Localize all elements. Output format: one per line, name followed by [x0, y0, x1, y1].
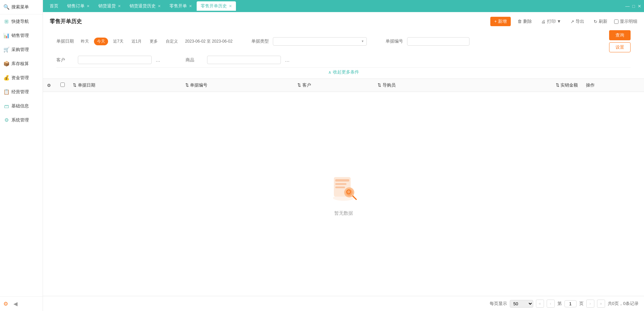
- toolbar-actions: + 新增 🗑 删除 🖨 🖨 打印 打印 ▼ ↗ 导出 ↻ 刷新: [490, 17, 637, 26]
- product-input[interactable]: [207, 56, 281, 64]
- date-btn-today[interactable]: 今天: [94, 38, 108, 45]
- tab-sales-return-history[interactable]: 销货退货历史 ✕: [126, 1, 165, 11]
- sidebar-item-label: 经营管理: [11, 89, 29, 95]
- table-header: ⚙ ⇅ 单据日期 ⇅ 单据编号: [43, 79, 644, 92]
- col-date: ⇅ 单据日期: [69, 79, 181, 92]
- sales-icon: 📊: [3, 33, 9, 39]
- sidebar-item-quick-nav[interactable]: ⊞ 快捷导航: [0, 14, 43, 29]
- doc-type-select[interactable]: [273, 37, 367, 46]
- sidebar-item-label: 库存核算: [11, 61, 29, 67]
- last-page-btn[interactable]: »: [597, 300, 605, 308]
- top-nav-right: — □ ✕: [625, 4, 641, 9]
- svg-rect-2: [335, 179, 349, 182]
- print-button[interactable]: 🖨 🖨 打印 打印 ▼: [539, 17, 564, 26]
- export-button[interactable]: ↗ 导出: [568, 17, 587, 26]
- date-btn-custom[interactable]: 自定义: [163, 38, 181, 45]
- col-settings: ⚙: [43, 79, 56, 92]
- date-quick-buttons: 昨天 今天 近7天 近1月 更多 自定义: [78, 38, 181, 45]
- select-all-checkbox[interactable]: [60, 83, 65, 87]
- tab-retail-open[interactable]: 零售开单 ✕: [165, 1, 196, 11]
- new-button[interactable]: + 新增: [490, 17, 511, 26]
- per-page-select[interactable]: 50 10 20 100: [510, 300, 533, 308]
- prev-page-btn[interactable]: ‹: [547, 300, 555, 308]
- window-maximize-btn[interactable]: □: [632, 4, 635, 9]
- tab-sales-order[interactable]: 销售订单 ✕: [63, 1, 94, 11]
- finance-icon: 💰: [3, 75, 9, 81]
- date-btn-yesterday[interactable]: 昨天: [78, 38, 92, 45]
- sidebar-item-purchase-mgmt[interactable]: 🛒 采购管理: [0, 43, 43, 57]
- empty-text: 暂无数据: [334, 210, 353, 216]
- doc-no-label: 单据编号: [386, 38, 404, 44]
- close-tab-sales-return[interactable]: ✕: [118, 4, 121, 8]
- customer-dots[interactable]: ...: [156, 57, 160, 63]
- sidebar-item-finance[interactable]: 💰 资金管理: [0, 71, 43, 85]
- col-amount: ⇅ 实销金额: [470, 79, 582, 92]
- filter-product-field: 商品 ...: [186, 56, 289, 64]
- page-title-row: 零售开单历史 + 新增 🗑 删除 🖨 🖨 打印 打印 ▼ ↗ 导出 ↻: [50, 17, 637, 26]
- purchase-icon: 🛒: [3, 47, 9, 53]
- tab-sales-return[interactable]: 销货退货 ✕: [94, 1, 125, 11]
- filter-doc-type-field: 单据类型: [251, 37, 367, 46]
- filter-right-actions: 查询 设置: [609, 30, 631, 52]
- date-btn-last-month[interactable]: 近1月: [129, 38, 145, 45]
- sidebar-item-base-info[interactable]: 🗃 基础信息: [0, 99, 43, 113]
- product-dots[interactable]: ...: [285, 57, 289, 63]
- export-icon: ↗: [571, 19, 574, 24]
- date-btn-more[interactable]: 更多: [147, 38, 161, 45]
- sidebar-bottom: ⚙ ◀: [0, 296, 43, 311]
- first-page-btn[interactable]: «: [536, 300, 544, 308]
- customer-input[interactable]: [78, 56, 152, 64]
- operations-icon: 📋: [3, 89, 9, 95]
- close-tab-sales-order[interactable]: ✕: [87, 4, 90, 8]
- tab-home[interactable]: 首页: [46, 3, 62, 9]
- close-tab-retail-open-history[interactable]: ✕: [229, 4, 232, 8]
- col-salesperson: ⇅ 导购员: [374, 79, 470, 92]
- display-detail-input[interactable]: [614, 19, 618, 24]
- svg-rect-4: [335, 187, 345, 188]
- window-close-btn[interactable]: ✕: [638, 4, 641, 9]
- next-page-btn[interactable]: ›: [586, 300, 594, 308]
- doc-no-input[interactable]: [407, 37, 469, 46]
- doc-type-select-wrapper: [273, 37, 367, 46]
- close-tab-retail-open[interactable]: ✕: [189, 4, 192, 8]
- window-minimize-btn[interactable]: —: [625, 4, 630, 9]
- per-page-label: 每页显示: [490, 301, 507, 307]
- filter-customer-row: 客户 ... 商品 ...: [56, 56, 631, 64]
- sidebar-search[interactable]: 🔍 搜索菜单: [0, 0, 43, 14]
- empty-state: 暂无数据: [43, 92, 644, 296]
- top-nav: 首页 销售订单 ✕ 销货退货 ✕ 销货退货历史 ✕ 零售开单 ✕ 零售开单历史 …: [43, 0, 644, 12]
- refresh-button[interactable]: ↻ 刷新: [591, 17, 610, 26]
- base-info-icon: 🗃: [3, 103, 9, 109]
- svg-rect-3: [335, 183, 346, 185]
- inventory-icon: 📦: [3, 61, 9, 67]
- filter-customer-field: 客户 ...: [56, 56, 160, 64]
- page-number-input[interactable]: [564, 300, 577, 307]
- tab-retail-open-history[interactable]: 零售开单历史 ✕: [197, 1, 236, 11]
- sidebar-item-operations[interactable]: 📋 经营管理: [0, 85, 43, 99]
- sidebar-item-inventory[interactable]: 📦 库存核算: [0, 57, 43, 71]
- sidebar-item-sys-mgmt[interactable]: ⚙ 系统管理: [0, 113, 43, 127]
- date-btn-last7[interactable]: 近7天: [110, 38, 127, 45]
- table-settings-icon[interactable]: ⚙: [47, 83, 51, 88]
- close-tab-sales-return-history[interactable]: ✕: [158, 4, 161, 8]
- sidebar-item-label: 快捷导航: [11, 18, 29, 24]
- page-title: 零售开单历史: [50, 18, 82, 25]
- sidebar-search-label: 搜索菜单: [11, 4, 29, 10]
- display-detail-checkbox[interactable]: 显示明细: [614, 18, 637, 24]
- page-header: 零售开单历史 + 新增 🗑 删除 🖨 🖨 打印 打印 ▼ ↗ 导出 ↻: [43, 12, 644, 79]
- collapse-sidebar-icon[interactable]: ◀: [13, 301, 17, 307]
- sys-mgmt-icon: ⚙: [3, 117, 9, 123]
- collapse-filter-btn[interactable]: ∧ 收起更多条件: [56, 67, 631, 79]
- pagination: 每页显示 50 10 20 100 « ‹ 第 页 › » 共0页，0条记录: [43, 296, 644, 311]
- sidebar-item-sales-mgmt[interactable]: 📊 销售管理: [0, 29, 43, 43]
- customer-label: 客户: [56, 57, 75, 63]
- query-button[interactable]: 查询: [609, 30, 631, 40]
- main-area: 首页 销售订单 ✕ 销货退货 ✕ 销货退货历史 ✕ 零售开单 ✕ 零售开单历史 …: [43, 0, 644, 311]
- collapse-label: 收起更多条件: [333, 69, 359, 75]
- col-action: 操作: [582, 79, 644, 92]
- setting-button[interactable]: 设置: [609, 42, 631, 52]
- delete-button[interactable]: 🗑 删除: [515, 17, 535, 26]
- col-checkbox: [56, 79, 69, 92]
- settings-bottom-icon[interactable]: ⚙: [3, 301, 8, 307]
- filter-date-row: 单据日期 昨天 今天 近7天 近1月 更多 自定义 2023-06-02 至 2…: [56, 30, 631, 52]
